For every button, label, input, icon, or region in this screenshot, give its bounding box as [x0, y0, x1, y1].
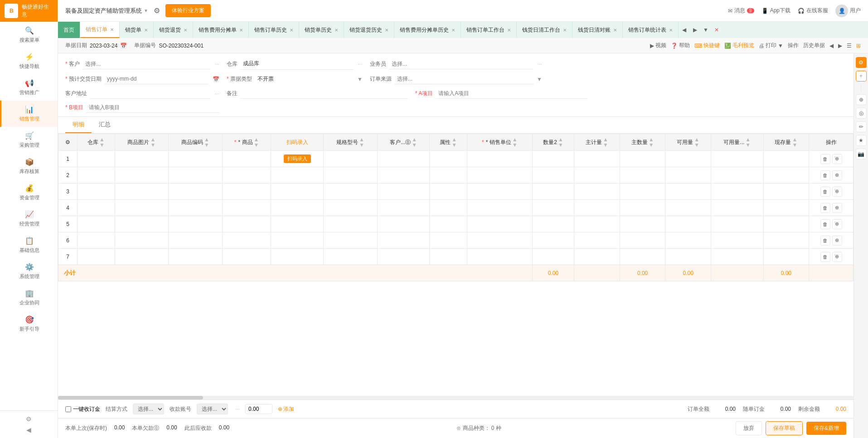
history-btn[interactable]: 历史单据: [803, 42, 825, 49]
row-copy-btn[interactable]: ⊕: [832, 154, 842, 164]
detail-tab-summary[interactable]: 汇总: [92, 117, 118, 133]
table-scrollbar[interactable]: [58, 396, 853, 399]
sidebar-item-inventory[interactable]: 📦 库存核算: [0, 153, 58, 179]
batch-confirm-check[interactable]: [65, 406, 71, 412]
detail-tab-items[interactable]: 明细: [65, 117, 92, 133]
tab-close-sales-invoice[interactable]: ✕: [144, 28, 148, 33]
row-delete-btn[interactable]: 🗑: [820, 236, 830, 245]
save-draft-button[interactable]: 保存草稿: [766, 421, 803, 435]
message-button[interactable]: ✉ 消息 9: [728, 7, 754, 14]
tab-close-sales-fee-split[interactable]: ✕: [239, 28, 243, 33]
tab-nav-left[interactable]: ◀: [679, 22, 689, 38]
profit-preview-btn[interactable]: 💹 毛利预览: [724, 42, 754, 49]
row-copy-btn[interactable]: ⊕: [832, 236, 842, 245]
tab-daily-clear-workbench[interactable]: 钱货日清工作台 ✕: [517, 22, 572, 38]
a-project-input[interactable]: [436, 88, 587, 99]
row-copy-btn[interactable]: ⊕: [832, 203, 842, 213]
list-view-btn[interactable]: ☰: [847, 43, 852, 49]
sidebar-item-basic-info[interactable]: 📋 基础信息: [0, 232, 58, 258]
right-panel-btn2[interactable]: ◎: [856, 108, 867, 119]
sidebar-settings-btn[interactable]: ⚙: [26, 415, 32, 423]
customer-expand-btn[interactable]: ···: [215, 61, 219, 67]
row-delete-btn[interactable]: 🗑: [820, 219, 830, 229]
amount-input[interactable]: [245, 404, 272, 414]
system-title-dropdown[interactable]: 装备及固定资产辅助管理系统 ▼: [65, 7, 148, 15]
row-delete-btn[interactable]: 🗑: [820, 154, 830, 164]
user-menu[interactable]: 👤 用户: [835, 5, 861, 17]
tab-close-sales-return-history[interactable]: ✕: [385, 28, 388, 33]
add-payment-btn[interactable]: ⊕ 添加: [278, 405, 294, 413]
receipt-expand-btn[interactable]: ···: [235, 406, 240, 412]
customer-input[interactable]: [82, 59, 210, 69]
app-download-button[interactable]: 📱 App下载: [761, 7, 790, 14]
right-panel-settings-btn[interactable]: ⚙: [856, 57, 867, 68]
discard-button[interactable]: 放弃: [736, 421, 762, 435]
tab-close-all[interactable]: ✕: [711, 22, 722, 38]
calendar-icon[interactable]: 📅: [120, 43, 127, 49]
row-copy-btn[interactable]: ⊕: [832, 170, 842, 180]
tab-sales-return-history[interactable]: 销货退货历史 ✕: [344, 22, 394, 38]
th-config[interactable]: ⚙: [58, 134, 78, 151]
tab-sales-order-workbench[interactable]: 销售订单工作台 ✕: [461, 22, 517, 38]
address-input[interactable]: [90, 88, 210, 99]
row-copy-btn[interactable]: ⊕: [832, 252, 842, 262]
tab-daily-clear-reconcile[interactable]: 钱货日清对账 ✕: [572, 22, 623, 38]
sidebar-item-operations[interactable]: 📈 经营管理: [0, 206, 58, 232]
sidebar-item-sales[interactable]: 📊 销售管理: [0, 101, 58, 127]
b-project-input[interactable]: [86, 102, 219, 113]
sidebar-collapse-btn[interactable]: ◀: [26, 426, 31, 433]
payment-method-select[interactable]: 选择...: [133, 404, 164, 414]
right-panel-btn3[interactable]: ✏: [856, 121, 867, 132]
tab-close-daily-clear-workbench[interactable]: ✕: [563, 28, 567, 33]
tab-close-sales-return[interactable]: ✕: [184, 28, 187, 33]
tab-sales-fee-split[interactable]: 销售费用分摊单 ✕: [193, 22, 249, 38]
address-expand-btn[interactable]: ···: [215, 91, 219, 97]
sidebar-item-quick-nav[interactable]: ⚡ 快捷导航: [0, 48, 58, 74]
right-panel-btn5[interactable]: 📷: [856, 149, 867, 159]
tab-sales-fee-split-history[interactable]: 销售费用分摊单历史 ✕: [394, 22, 461, 38]
tab-sales-order-stats[interactable]: 销售订单统计表 ✕: [623, 22, 679, 38]
invoice-type-chevron[interactable]: ▼: [357, 76, 363, 82]
sidebar-item-finance[interactable]: 💰 资金管理: [0, 179, 58, 206]
tab-sales-invoice[interactable]: 销货单 ✕: [120, 22, 154, 38]
tab-home[interactable]: 首页: [58, 22, 80, 38]
order-source-input[interactable]: [394, 74, 534, 84]
row-delete-btn[interactable]: 🗑: [820, 252, 830, 262]
topbar-settings-icon[interactable]: ⚙: [154, 6, 160, 15]
view-video-btn[interactable]: ▶ 视频: [650, 42, 666, 49]
industry-solution-button[interactable]: 体验行业方案: [165, 4, 211, 17]
right-panel-btn1[interactable]: ⊕: [856, 94, 867, 105]
order-source-chevron[interactable]: ▼: [537, 76, 542, 82]
tab-close-sales-order[interactable]: ✕: [110, 27, 114, 32]
remark-input[interactable]: [240, 88, 408, 99]
tab-close-sales-order-workbench[interactable]: ✕: [507, 28, 511, 33]
tab-close-sales-invoice-history[interactable]: ✕: [335, 28, 338, 33]
salesperson-input[interactable]: [389, 59, 533, 69]
tab-sales-order[interactable]: 销售订单 ✕: [80, 22, 120, 38]
tab-close-sales-fee-split-history[interactable]: ✕: [451, 28, 455, 33]
row-delete-btn[interactable]: 🗑: [820, 187, 830, 197]
sidebar-item-marketing[interactable]: 📢 营销推广: [0, 74, 58, 101]
operation-btn[interactable]: 操作: [788, 42, 799, 49]
save-new-button[interactable]: 保存&新增: [806, 422, 846, 435]
sidebar-item-system[interactable]: ⚙️ 系统管理: [0, 258, 58, 284]
tab-sales-return[interactable]: 销货退货 ✕: [154, 22, 193, 38]
batch-confirm-checkbox[interactable]: 一键收订金: [65, 405, 100, 413]
shortcut-btn[interactable]: ⌨ 快捷键: [694, 42, 720, 49]
sidebar-item-enterprise[interactable]: 🏢 企业协同: [0, 284, 58, 311]
help-btn[interactable]: ❓ 帮助: [671, 42, 690, 49]
print-btn[interactable]: 🖨 打印 ▼: [759, 42, 783, 49]
row-copy-btn[interactable]: ⊕: [832, 219, 842, 229]
grid-view-btn[interactable]: ⊞: [856, 43, 861, 49]
right-panel-btn4[interactable]: ★: [856, 135, 867, 146]
scan-input-btn[interactable]: 扫码录入: [284, 154, 311, 163]
tab-nav-right[interactable]: ▶: [689, 22, 700, 38]
delivery-calendar-icon[interactable]: 📅: [213, 76, 219, 82]
tab-close-daily-clear-reconcile[interactable]: ✕: [613, 28, 617, 33]
tab-close-sales-order-history[interactable]: ✕: [290, 28, 293, 33]
salesperson-expand-btn[interactable]: ···: [538, 61, 542, 67]
tab-sales-order-history[interactable]: 销售订单历史 ✕: [249, 22, 299, 38]
tab-nav-menu[interactable]: ▼: [700, 22, 711, 38]
warehouse-value[interactable]: 成品库: [240, 58, 354, 70]
row-delete-btn[interactable]: 🗑: [820, 203, 830, 213]
